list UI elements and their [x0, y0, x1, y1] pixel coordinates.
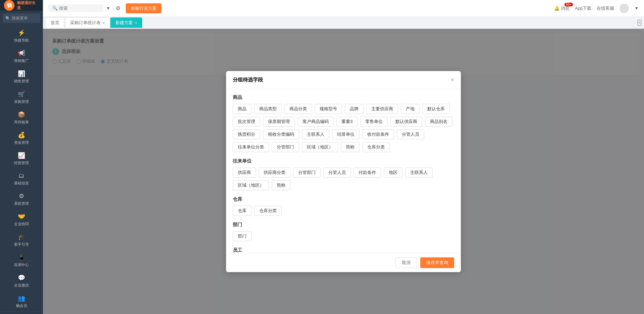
- user-menu-icon[interactable]: ▼: [634, 6, 639, 11]
- field-item-manager[interactable]: 分管人员: [397, 129, 424, 139]
- dropdown-selector[interactable]: ▼: [106, 6, 110, 11]
- sidebar-item-operations[interactable]: 📈经营管理: [0, 148, 43, 169]
- notification-label: 消息: [561, 6, 570, 11]
- field-item-supplier[interactable]: 供应商: [233, 168, 256, 178]
- sidebar-item-purchase[interactable]: 🛒采购管理: [0, 87, 43, 108]
- field-item-abbr2[interactable]: 简称: [272, 180, 290, 190]
- field-item-settlement-unit[interactable]: 结算单位: [332, 129, 360, 139]
- tab-2[interactable]: 新建方案×: [110, 17, 142, 28]
- field-group-goods: 商品商品商品类型商品分类规格型号品牌主要供应商产地默认仓库批次管理保质期管理客户…: [233, 95, 454, 152]
- close-all-tabs-button[interactable]: ×: [638, 20, 641, 26]
- trial-button[interactable]: 体验行业方案: [126, 3, 161, 13]
- sidebar-label-system: 系统管理: [14, 201, 29, 206]
- search-menu-button[interactable]: 🔍 搜索菜单: [3, 13, 40, 23]
- save-query-button[interactable]: 保存并查询: [420, 257, 454, 268]
- sidebar-label-purchase: 采购管理: [14, 99, 29, 104]
- field-item-customer-code[interactable]: 客户商品编码: [298, 117, 334, 127]
- sidebar-item-inventory[interactable]: 📦库存核算: [0, 108, 43, 128]
- sidebar-icon-operations: 📈: [18, 152, 25, 159]
- field-item-pick-points[interactable]: 拣货积分: [233, 129, 260, 139]
- field-item-brand[interactable]: 品牌: [345, 104, 364, 114]
- cancel-button[interactable]: 取消: [395, 257, 417, 268]
- sidebar-label-inventory: 库存核算: [14, 120, 29, 125]
- sidebar-item-cooperation[interactable]: 🤝企业协同: [0, 209, 43, 230]
- field-item-main-contact[interactable]: 主联系人: [302, 129, 329, 139]
- sidebar-icon-member: 👥: [18, 295, 25, 302]
- field-item-default-supplier[interactable]: 默认供应商: [390, 117, 422, 127]
- sidebar-label-sales: 销售管理: [14, 79, 29, 84]
- tab-0[interactable]: 首页: [46, 17, 64, 28]
- field-item-department[interactable]: 部门: [233, 231, 252, 241]
- tab-label-1: 采购订单统计表: [70, 20, 101, 26]
- sidebar-item-finance[interactable]: 💰资金管理: [0, 128, 43, 148]
- search-input[interactable]: [59, 6, 99, 11]
- field-item-goods-alias[interactable]: 商品别名: [425, 117, 452, 127]
- field-item-from-unit-category[interactable]: 往来单位分类: [233, 142, 269, 152]
- field-item-abbr[interactable]: 简称: [341, 142, 360, 152]
- modal-close-button[interactable]: ×: [450, 76, 454, 83]
- field-item-payment-terms[interactable]: 收付款条件: [362, 129, 394, 139]
- sidebar-icon-system: ⚙: [19, 192, 24, 200]
- field-item-region[interactable]: 区域（地区）: [302, 142, 338, 152]
- field-item-quality-mgmt[interactable]: 保质期管理: [263, 117, 295, 127]
- field-item-dept[interactable]: 分管部门: [293, 168, 321, 178]
- sidebar-item-member[interactable]: 👥畅会员: [0, 291, 43, 312]
- field-item-tax-code[interactable]: 税收分类编码: [263, 129, 299, 139]
- sidebar-icon-marketing: 📢: [18, 50, 25, 57]
- header: 🔍 ▼ ⚙ 体验行业方案 🔔 99+ 消息 App下载 在线客服 ▼: [43, 0, 644, 17]
- field-item-main-contact2[interactable]: 主联系人: [405, 168, 433, 178]
- sidebar-item-marketing[interactable]: 📢营销推广: [0, 46, 43, 67]
- sidebar-label-enterprise-wechat: 企业微信: [14, 283, 29, 288]
- field-group-title-partner: 往来单位: [233, 158, 454, 164]
- modal-overlay: 分组待选字段 × 商品商品商品类型商品分类规格型号品牌主要供应商产地默认仓库批次…: [43, 29, 644, 314]
- tab-1[interactable]: 采购订单统计表×: [65, 17, 110, 28]
- field-item-origin[interactable]: 产地: [401, 104, 420, 114]
- field-item-region-area[interactable]: 区域（地区）: [233, 180, 269, 190]
- tab-label-2: 新建方案: [115, 20, 133, 26]
- field-item-default-warehouse[interactable]: 默认仓库: [422, 104, 450, 114]
- app-download-link[interactable]: App下载: [575, 5, 591, 11]
- field-item-supplier-category[interactable]: 供应商分类: [259, 168, 290, 178]
- sidebar-item-quick-nav[interactable]: ⚡快捷导航: [0, 26, 43, 46]
- field-item-main-supplier[interactable]: 主要供应商: [366, 104, 398, 114]
- notification-badge[interactable]: 🔔 99+ 消息: [554, 5, 570, 11]
- field-group-warehouse: 仓库仓库仓库分类: [233, 196, 454, 216]
- sidebar-icon-cooperation: 🤝: [18, 213, 25, 220]
- field-item-goods[interactable]: 商品: [233, 104, 252, 114]
- sidebar-icon-enterprise-wechat: 💬: [18, 274, 25, 281]
- field-items-partner: 供应商供应商分类分管部门分管人员付款条件地区主联系人区域（地区）简称: [233, 168, 454, 190]
- field-item-weight3[interactable]: 重量3: [336, 117, 358, 127]
- field-item-warehouse-category[interactable]: 仓库分类: [362, 142, 390, 152]
- field-item-retail-unit[interactable]: 零售单位: [360, 117, 388, 127]
- sidebar-label-basic-info: 基础信息: [14, 181, 29, 186]
- modal-dialog: 分组待选字段 × 商品商品商品类型商品分类规格型号品牌主要供应商产地默认仓库批次…: [226, 71, 461, 272]
- sidebar-item-system[interactable]: ⚙系统管理: [0, 189, 43, 209]
- field-item-spec-type[interactable]: 规格型号: [315, 104, 342, 114]
- field-item-warehouse[interactable]: 仓库: [233, 206, 252, 216]
- modal-title: 分组待选字段: [233, 77, 263, 83]
- sidebar-item-basic-info[interactable]: 🗂基础信息: [0, 169, 43, 189]
- field-item-mgmt-dept[interactable]: 分管部门: [272, 142, 299, 152]
- tab-close-1[interactable]: ×: [103, 21, 105, 25]
- modal-body[interactable]: 商品商品商品类型商品分类规格型号品牌主要供应商产地默认仓库批次管理保质期管理客户…: [226, 89, 461, 253]
- field-item-batch-mgmt[interactable]: 批次管理: [233, 117, 260, 127]
- sidebar-item-app-center[interactable]: 📱应用中心: [0, 250, 43, 271]
- field-item-region2[interactable]: 地区: [384, 168, 402, 178]
- user-avatar[interactable]: [620, 4, 629, 13]
- header-settings-icon[interactable]: ⚙: [116, 5, 120, 11]
- sidebar-item-new-guide[interactable]: 🎓新手引导: [0, 230, 43, 250]
- sidebar-icon-finance: 💰: [18, 131, 25, 139]
- field-item-goods-type[interactable]: 商品类型: [254, 104, 282, 114]
- sidebar-item-sales[interactable]: 📊销售管理: [0, 67, 43, 87]
- tab-close-2[interactable]: ×: [135, 21, 137, 25]
- field-group-title-staff: 员工: [233, 247, 454, 253]
- field-item-dept-manager[interactable]: 分管人员: [323, 168, 351, 178]
- field-group-dept: 部门部门: [233, 222, 454, 241]
- online-service-link[interactable]: 在线客服: [597, 5, 614, 11]
- field-item-warehouse-cat[interactable]: 仓库分类: [254, 206, 282, 216]
- sidebar-label-cooperation: 企业协同: [14, 222, 29, 227]
- search-icon: 🔍: [5, 16, 10, 21]
- field-item-goods-category[interactable]: 商品分类: [284, 104, 312, 114]
- sidebar-item-enterprise-wechat[interactable]: 💬企业微信: [0, 271, 43, 291]
- field-item-pay-terms[interactable]: 付款条件: [354, 168, 381, 178]
